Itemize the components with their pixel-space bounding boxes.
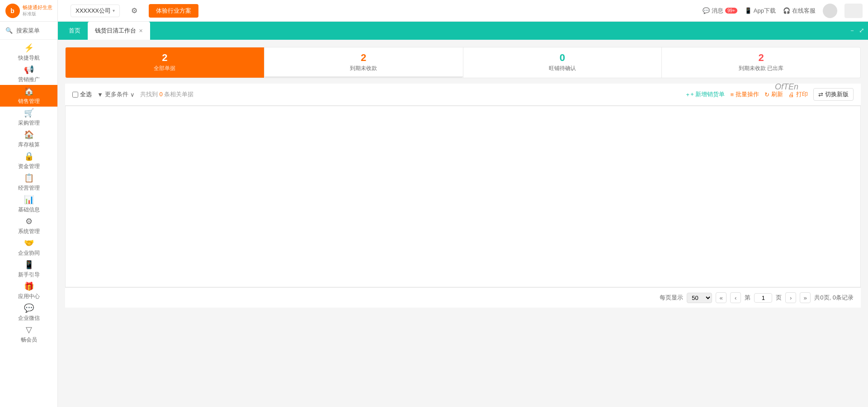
page-label: 第 xyxy=(745,294,750,302)
purchase-icon: 🛒 xyxy=(24,108,34,118)
sidebar-item-finance[interactable]: 🔒 资金管理 xyxy=(0,150,57,172)
table-area xyxy=(65,106,861,287)
stat-label-overdue: 到期未收款 xyxy=(272,65,456,72)
sidebar-item-guide[interactable]: 📱 新手引导 xyxy=(0,258,57,280)
select-all-input[interactable] xyxy=(72,92,78,98)
search-icon: 🔍 xyxy=(5,27,13,34)
sidebar-item-member[interactable]: ▽ 畅会员 xyxy=(0,323,57,345)
table-empty-state xyxy=(66,106,860,287)
sidebar-label-weixin: 企业微信 xyxy=(18,314,40,322)
prev-page-button[interactable]: ‹ xyxy=(730,292,741,303)
stat-tab-overdue[interactable]: 2 到期未收款 xyxy=(264,47,463,78)
sidebar-item-operations[interactable]: 📋 经营管理 xyxy=(0,172,57,193)
found-suffix: 条相关单据 xyxy=(164,91,193,98)
inventory-icon: 🏠 xyxy=(24,130,34,140)
guide-icon: 📱 xyxy=(24,260,34,270)
tab-work-bench[interactable]: 钱货日清工作台 ✕ xyxy=(88,22,150,40)
filter-icon: ▼ xyxy=(97,91,103,98)
stat-tab-pending[interactable]: 0 旺铺待确认 xyxy=(463,47,662,78)
sidebar-item-weixin[interactable]: 💬 企业微信 xyxy=(0,302,57,323)
switch-label: 切换新版 xyxy=(825,90,849,98)
operations-icon: 📋 xyxy=(24,173,34,183)
per-page-label: 每页显示 xyxy=(660,294,683,302)
refresh-icon: ↻ xyxy=(764,91,769,98)
app-download-item[interactable]: 📱 App下载 xyxy=(745,7,776,15)
logo-sub: 标准版 xyxy=(23,11,52,17)
header-right: 💬 消息 99+ 📱 App下载 🎧 在线客服 xyxy=(703,4,863,18)
stat-label-all: 全部单据 xyxy=(73,65,257,72)
tab-home-label: 首页 xyxy=(69,27,80,35)
settings-button[interactable]: ⚙ xyxy=(127,4,142,18)
sidebar-item-purchase[interactable]: 🛒 采购管理 xyxy=(0,107,57,128)
app-download-label: App下载 xyxy=(754,7,776,15)
online-service-label: 在线客服 xyxy=(792,7,816,15)
message-item[interactable]: 💬 消息 99+ xyxy=(703,7,737,15)
tab-bar: 首页 钱货日清工作台 ✕ － ⤢ xyxy=(58,22,868,40)
sidebar-label-quick-nav: 快捷导航 xyxy=(18,54,40,62)
stat-number-shipped: 2 xyxy=(669,53,853,63)
gear-icon: ⚙ xyxy=(131,6,137,15)
tab-close-icon[interactable]: ✕ xyxy=(139,28,143,34)
avatar[interactable] xyxy=(823,4,837,18)
logo-icon: b xyxy=(5,4,20,18)
basic-info-icon: 📊 xyxy=(24,195,34,205)
pagination-bar: 每页显示 50 100 200 « ‹ 第 页 › » 共0页, 0条记录 xyxy=(65,287,861,308)
sidebar-label-sales: 销售管理 xyxy=(18,98,40,105)
sidebar: 🔍 搜索菜单 ⚡ 快捷导航 📢 营销推广 🏠 销售管理 🛒 采购管理 🏠 库存核… xyxy=(0,0,58,407)
tab-minimize-button[interactable]: － xyxy=(849,27,855,35)
sidebar-label-finance: 资金管理 xyxy=(18,163,40,170)
first-page-button[interactable]: « xyxy=(716,292,726,303)
search-menu-item[interactable]: 🔍 搜索菜单 xyxy=(0,22,57,40)
sidebar-label-member: 畅会员 xyxy=(21,336,37,344)
next-page-button[interactable]: › xyxy=(785,292,796,303)
tab-work-bench-label: 钱货日清工作台 xyxy=(95,27,136,35)
tab-home[interactable]: 首页 xyxy=(61,22,88,40)
filter-button[interactable]: ▼ 更多条件 ∨ xyxy=(97,90,135,98)
sidebar-item-system[interactable]: ⚙ 系统管理 xyxy=(0,215,57,237)
total-info: 共0页, 0条记录 xyxy=(814,294,854,302)
page-number-input[interactable] xyxy=(754,293,772,303)
batch-btn-label: 批量操作 xyxy=(736,90,759,98)
sidebar-item-sales[interactable]: 🏠 销售管理 xyxy=(0,85,57,107)
stat-number-pending: 0 xyxy=(471,53,655,63)
sidebar-label-purchase: 采购管理 xyxy=(18,119,40,127)
sidebar-label-basic-info: 基础信息 xyxy=(18,206,40,214)
sidebar-label-marketing: 营销推广 xyxy=(18,76,40,84)
add-icon: + xyxy=(686,91,690,98)
switch-version-button[interactable]: ⇄ 切换新版 xyxy=(813,88,854,101)
sidebar-item-marketing[interactable]: 📢 营销推广 xyxy=(0,63,57,85)
company-selector[interactable]: XXXXXX公司 ▾ xyxy=(71,5,120,17)
tab-maximize-button[interactable]: ⤢ xyxy=(859,27,864,35)
sidebar-item-inventory[interactable]: 🏠 库存核算 xyxy=(0,128,57,150)
user-menu[interactable] xyxy=(844,4,863,18)
online-service-item[interactable]: 🎧 在线客服 xyxy=(783,7,816,15)
trial-button[interactable]: 体验行业方案 xyxy=(149,4,198,18)
select-all-checkbox[interactable]: 全选 xyxy=(72,90,92,98)
per-page-select[interactable]: 50 100 200 xyxy=(687,293,712,303)
stat-tab-all[interactable]: 2 全部单据 xyxy=(66,47,264,78)
sidebar-label-enterprise: 企业协同 xyxy=(18,249,40,257)
tab-right-actions: － ⤢ xyxy=(849,27,864,35)
app-center-icon: 🎁 xyxy=(24,281,34,291)
sidebar-item-basic-info[interactable]: 📊 基础信息 xyxy=(0,193,57,215)
last-page-button[interactable]: » xyxy=(800,292,811,303)
main-content: 2 全部单据 2 到期未收款 0 旺铺待确认 2 到期未收款 已出库 全选 ▼ … xyxy=(58,40,868,407)
add-sale-order-button[interactable]: + + 新增销货单 xyxy=(686,90,725,98)
enterprise-icon: 🤝 xyxy=(24,238,34,248)
top-header: b 畅捷通好生意 标准版 XXXXXX公司 ▾ ⚙ 体验行业方案 💬 消息 99… xyxy=(0,0,868,22)
sidebar-label-inventory: 库存核算 xyxy=(18,141,40,149)
stat-tab-shipped[interactable]: 2 到期未收款 已出库 xyxy=(662,47,860,78)
sidebar-menu: ⚡ 快捷导航 📢 营销推广 🏠 销售管理 🛒 采购管理 🏠 库存核算 🔒 资金管… xyxy=(0,40,57,407)
batch-operation-button[interactable]: ≡ 批量操作 xyxy=(730,90,759,98)
found-text: 共找到 0 条相关单据 xyxy=(140,90,193,98)
weixin-icon: 💬 xyxy=(24,303,34,313)
sidebar-item-app-center[interactable]: 🎁 应用中心 xyxy=(0,280,57,302)
stat-label-shipped: 到期未收款 已出库 xyxy=(669,65,853,72)
toolbar: 全选 ▼ 更多条件 ∨ 共找到 0 条相关单据 + + 新增销货单 ≡ 批量操作… xyxy=(65,84,861,106)
often-text: OfTEn xyxy=(775,82,798,92)
sidebar-item-enterprise[interactable]: 🤝 企业协同 xyxy=(0,237,57,258)
search-menu-label: 搜索菜单 xyxy=(16,27,40,35)
marketing-icon: 📢 xyxy=(24,65,34,75)
sidebar-item-quick-nav[interactable]: ⚡ 快捷导航 xyxy=(0,42,57,63)
select-all-label: 全选 xyxy=(80,90,92,98)
